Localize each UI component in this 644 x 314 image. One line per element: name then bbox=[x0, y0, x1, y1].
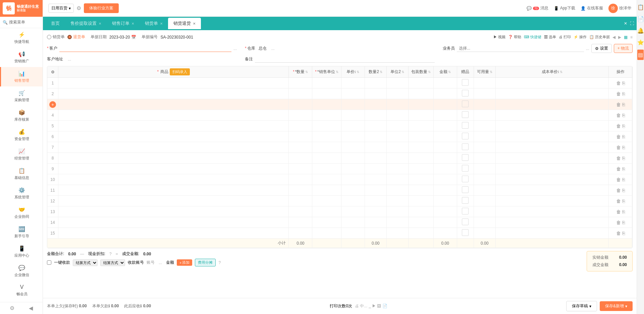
amount-cell[interactable] bbox=[433, 196, 457, 206]
unit2-cell[interactable] bbox=[386, 99, 408, 110]
gift-cell[interactable] bbox=[457, 131, 474, 142]
unit-price-cell[interactable] bbox=[341, 131, 365, 142]
sales-unit-cell[interactable] bbox=[312, 88, 341, 99]
available-cell[interactable] bbox=[474, 164, 495, 174]
qty2-cell[interactable] bbox=[365, 88, 386, 99]
next-record-icon[interactable]: ▶ bbox=[618, 35, 621, 40]
copy-row-btn[interactable]: ⎘ bbox=[622, 102, 626, 107]
cost-price-cell[interactable] bbox=[495, 185, 608, 196]
toolbar-select[interactable]: ☰ 选单 bbox=[544, 35, 556, 40]
product-cell[interactable] bbox=[58, 228, 289, 239]
product-cell[interactable] bbox=[58, 185, 289, 196]
product-cell[interactable] bbox=[58, 142, 289, 153]
sales-unit-cell[interactable] bbox=[312, 121, 341, 131]
rp-icon-5[interactable]: ▤ bbox=[637, 50, 644, 60]
copy-row-btn[interactable]: ⎘ bbox=[622, 145, 626, 150]
gift-checkbox[interactable] bbox=[462, 133, 469, 139]
unit2-cell[interactable] bbox=[386, 121, 408, 131]
amount-cell[interactable] bbox=[433, 185, 457, 196]
sidebar-item-member[interactable]: V 畅会员 bbox=[0, 281, 43, 300]
amount-cell[interactable] bbox=[433, 228, 457, 239]
sales-unit-cell[interactable] bbox=[312, 185, 341, 196]
qty2-cell[interactable] bbox=[365, 131, 386, 142]
amount-cell[interactable] bbox=[433, 206, 457, 217]
pack-qty-cell[interactable] bbox=[408, 174, 433, 185]
sort-icon-qty2[interactable]: ⇅ bbox=[380, 70, 382, 74]
delete-row-btn[interactable]: 🗑 bbox=[615, 80, 622, 86]
qty2-cell[interactable] bbox=[365, 206, 386, 217]
split-help-icon[interactable]: ? bbox=[218, 260, 221, 265]
unit-price-cell[interactable] bbox=[341, 185, 365, 196]
unit2-cell[interactable] bbox=[386, 131, 408, 142]
unit-price-cell[interactable] bbox=[341, 206, 365, 217]
available-cell[interactable] bbox=[474, 174, 495, 185]
tab-sales-order[interactable]: 销售订单 ✕ bbox=[107, 18, 140, 29]
summary-method-select[interactable]: 结算方式 bbox=[100, 259, 125, 266]
gift-checkbox[interactable] bbox=[462, 143, 469, 150]
amount-cell[interactable] bbox=[433, 99, 457, 110]
pack-qty-cell[interactable] bbox=[408, 228, 433, 239]
industry-selector[interactable]: 日用百货 ▾ bbox=[48, 4, 74, 13]
copy-row-btn[interactable]: ⎘ bbox=[622, 123, 626, 129]
gift-cell[interactable] bbox=[457, 142, 474, 153]
amount-cell[interactable] bbox=[433, 153, 457, 164]
product-cell[interactable] bbox=[58, 174, 289, 185]
unit-price-cell[interactable] bbox=[341, 217, 365, 228]
cost-price-cell[interactable] bbox=[495, 206, 608, 217]
sidebar-item-enterprise[interactable]: 🤝 企业协同 bbox=[0, 203, 43, 223]
quantity-cell[interactable] bbox=[289, 131, 312, 142]
split-btn[interactable]: 费用分摊 bbox=[195, 259, 216, 266]
quantity-cell[interactable] bbox=[289, 121, 312, 131]
pack-qty-cell[interactable] bbox=[408, 88, 433, 99]
pack-qty-cell[interactable] bbox=[408, 206, 433, 217]
available-cell[interactable] bbox=[474, 196, 495, 206]
qty2-cell[interactable] bbox=[365, 196, 386, 206]
available-cell[interactable] bbox=[474, 99, 495, 110]
quantity-cell[interactable] bbox=[289, 110, 312, 121]
add-row-btn[interactable]: + bbox=[49, 101, 56, 108]
sort-icon-amount[interactable]: ⇅ bbox=[448, 70, 451, 74]
amount-cell[interactable] bbox=[433, 142, 457, 153]
amount-cell[interactable] bbox=[433, 217, 457, 228]
sort-icon-avail[interactable]: ⇅ bbox=[490, 70, 492, 74]
customer-dots[interactable]: ... bbox=[233, 46, 237, 51]
online-service-item[interactable]: 👤 在线客服 bbox=[581, 5, 603, 11]
delete-row-btn[interactable]: 🗑 bbox=[615, 113, 622, 118]
collapse-icon[interactable]: ◀ bbox=[29, 305, 33, 311]
delete-row-btn[interactable]: 🗑 bbox=[615, 102, 622, 107]
user-info[interactable]: 徐 徐泽华 bbox=[608, 4, 631, 13]
sales-unit-cell[interactable] bbox=[312, 228, 341, 239]
available-cell[interactable] bbox=[474, 78, 495, 88]
cost-price-cell[interactable] bbox=[495, 131, 608, 142]
cost-price-cell[interactable] bbox=[495, 228, 608, 239]
gift-checkbox[interactable] bbox=[462, 111, 469, 118]
copy-row-btn[interactable]: ⎘ bbox=[622, 80, 626, 86]
quantity-cell[interactable] bbox=[289, 78, 312, 88]
sort-icon-price[interactable]: ⇅ bbox=[357, 70, 359, 74]
sales-unit-cell[interactable] bbox=[312, 99, 341, 110]
receivable-icon[interactable]: ℹ bbox=[140, 304, 142, 308]
cost-price-cell[interactable] bbox=[495, 88, 608, 99]
salesperson-input[interactable] bbox=[457, 45, 584, 52]
settings-bottom-icon[interactable]: ⚙ bbox=[10, 305, 14, 311]
pack-qty-cell[interactable] bbox=[408, 164, 433, 174]
toolbar-print[interactable]: 🖨 打印 bbox=[559, 35, 571, 40]
pack-qty-cell[interactable] bbox=[408, 121, 433, 131]
unit-price-cell[interactable] bbox=[341, 174, 365, 185]
unit2-cell[interactable] bbox=[386, 196, 408, 206]
radio-return-input[interactable] bbox=[67, 35, 72, 39]
product-cell[interactable] bbox=[58, 217, 289, 228]
gift-cell[interactable] bbox=[457, 99, 474, 110]
radio-sales-input[interactable] bbox=[47, 35, 51, 39]
tab-close-icon[interactable]: ✕ bbox=[99, 22, 101, 25]
unit2-cell[interactable] bbox=[386, 110, 408, 121]
unit2-cell[interactable] bbox=[386, 228, 408, 239]
toolbar-ops[interactable]: ⚡ 操作 bbox=[574, 35, 587, 40]
delete-row-btn[interactable]: 🗑 bbox=[615, 134, 622, 139]
gift-cell[interactable] bbox=[457, 228, 474, 239]
rp-icon-2[interactable]: 📄 bbox=[636, 14, 644, 23]
sales-unit-cell[interactable] bbox=[312, 206, 341, 217]
delete-row-btn[interactable]: 🗑 bbox=[615, 155, 622, 161]
gift-cell[interactable] bbox=[457, 121, 474, 131]
sales-unit-cell[interactable] bbox=[312, 131, 341, 142]
